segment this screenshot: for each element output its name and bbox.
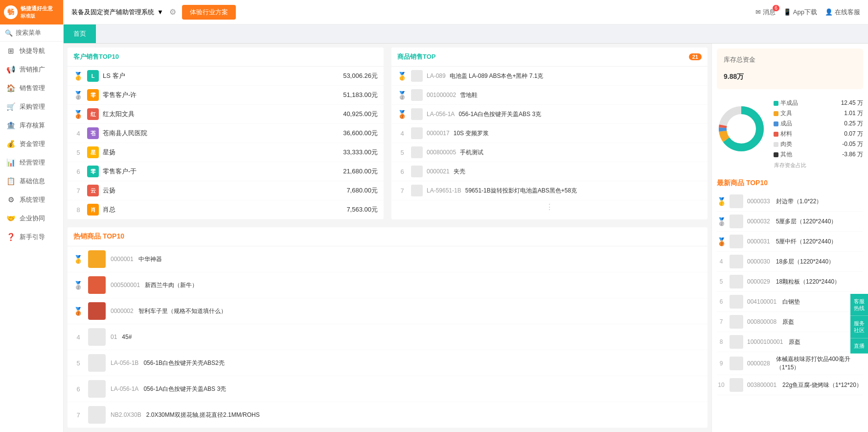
legend-value: -0.05 万: [842, 140, 863, 148]
product-name: 10S 变频罗浆: [454, 129, 489, 138]
legend-item: 肉类 -0.05 万: [774, 139, 863, 149]
product-code: 0000002: [111, 308, 134, 314]
hot-product-row: 7 NB2.0X30B 2.0X30MM双搓花轴,搓花直径2.1MM/ROHS: [68, 402, 708, 428]
hot-product-rows: 🥇 0000001 中华神器 🥈 000500001 新西兰牛肉（新牛） 🥉 0…: [68, 246, 708, 428]
rank-number: 6: [397, 168, 407, 175]
rank-number: 6: [73, 385, 83, 393]
sidebar-item-系统管理[interactable]: ⚙系统管理: [0, 191, 63, 209]
topbar-right: ✉ 消息 6 📱 App下载 👤 在线客服: [755, 8, 860, 17]
customer-avatar: 云: [87, 185, 99, 196]
hot-product-row: 4 01 45#: [68, 324, 708, 350]
product-image-placeholder: [730, 235, 743, 248]
messages-badge: 6: [773, 5, 779, 11]
legend-value: 1.01 万: [844, 109, 863, 118]
customer-name: 零售客户-于: [103, 167, 339, 176]
rank-medal: 🥉: [73, 307, 83, 316]
sidebar-item-新手引导[interactable]: ❓新手引导: [0, 228, 63, 246]
sidebar-item-营销推广[interactable]: 📢营销推广: [0, 60, 63, 79]
customer-name: 红太阳文具: [103, 110, 339, 119]
inventory-value: 9.88万: [724, 67, 856, 82]
product-code: 0000030: [747, 258, 770, 265]
customer-amount: 7,680.00元: [346, 186, 378, 195]
float-button[interactable]: 服务 社区: [850, 316, 868, 338]
hot-product-row: 🥈 000500001 新西兰牛肉（新牛）: [68, 272, 708, 298]
inventory-total: 库存总资金 9.88万: [717, 48, 863, 89]
sidebar-item-企业协同[interactable]: 🤝企业协同: [0, 209, 63, 228]
product-code: 0000031: [747, 238, 770, 245]
rank-medal: 🥈: [717, 217, 726, 226]
product-code: LA-056-1A: [427, 111, 455, 118]
sidebar-item-销售管理[interactable]: 🏠销售管理: [0, 79, 63, 97]
sidebar-item-经营管理[interactable]: 📊经营管理: [0, 153, 63, 172]
product-image-placeholder: [411, 108, 423, 120]
content: 客户销售TOP10 🥇 L LS 客户 53,006.26元 🥈 零 零售客户-…: [64, 44, 868, 432]
rank-number: 4: [73, 334, 83, 341]
sidebar-item-资金管理[interactable]: 💰资金管理: [0, 135, 63, 153]
content-right: 库存总资金 9.88万: [711, 44, 868, 432]
float-button[interactable]: 客服 热线: [850, 294, 868, 316]
legend-item: 材料 0.07 万: [774, 129, 863, 139]
product-code: 001000002: [427, 92, 456, 98]
product-image-placeholder: [730, 357, 743, 370]
legend-item: 文具 1.01 万: [774, 108, 863, 119]
sidebar-item-采购管理[interactable]: 🛒采购管理: [0, 97, 63, 116]
online-service-button[interactable]: 👤 在线客服: [825, 8, 860, 17]
search-icon: 🔍: [5, 29, 13, 37]
float-button[interactable]: 直播: [850, 338, 868, 354]
new-product-rows: 🥇 0000033 封边带（1.0*22） 🥈 0000032 5厘多层（122…: [717, 192, 863, 395]
product-image-placeholder: [730, 215, 743, 228]
table-row: 8 肖 肖总 7,563.00元: [68, 200, 384, 219]
table-row: 5 000800005 手机测试: [391, 143, 708, 162]
nav-icon: 🏠: [6, 84, 16, 93]
donut-chart: [717, 104, 766, 153]
nav-icon: 📋: [6, 177, 16, 186]
sidebar-item-库存核算[interactable]: 🏦库存核算: [0, 116, 63, 135]
messages-button[interactable]: ✉ 消息 6: [755, 8, 776, 17]
rank-number: 7: [73, 411, 83, 419]
sidebar-item-基础信息[interactable]: 📋基础信息: [0, 172, 63, 191]
product-code: 000500001: [111, 282, 140, 288]
product-image-placeholder: [88, 354, 106, 372]
legend-value: 0.07 万: [844, 130, 863, 138]
hot-products-section: 热销商品 TOP10 🥇 0000001 中华神器 🥈 000500001 新西…: [68, 227, 708, 428]
legend-name: 肉类: [780, 140, 842, 148]
chart-legend: 半成品 12.45 万 文具 1.01 万 成品 0.25 万 材料 0.07 …: [774, 98, 863, 160]
sidebar-item-快捷导航[interactable]: ⊞快捷导航: [0, 42, 63, 60]
table-row: 🥇 LA-089 电池盖 LA-089 ABS本色+黑种 7.1克: [391, 67, 708, 86]
service-icon: 👤: [825, 8, 833, 16]
legend-name: 材料: [780, 130, 844, 138]
rank-medal: 🥇: [717, 197, 726, 206]
product-name: 5厘中纤（1220*2440）: [776, 238, 863, 246]
product-count-badge: 21: [689, 53, 702, 60]
rank-medal: 🥈: [397, 91, 407, 100]
new-products-section: 最新商品 TOP10 🥇 0000033 封边带（1.0*22） 🥈 00000…: [712, 175, 868, 399]
table-row: 🥇 L LS 客户 53,006.26元: [68, 67, 384, 86]
rank-medal: 🥈: [73, 281, 83, 290]
customer-top10-header: 客户销售TOP10: [68, 48, 384, 67]
app-download-button[interactable]: 📱 App下载: [783, 8, 817, 17]
trial-button[interactable]: 体验行业方案: [182, 5, 236, 20]
product-image-placeholder: [411, 127, 423, 139]
product-name: 056-1B白色按键开关壳ABS2壳: [143, 359, 702, 367]
rank-medal: 🥉: [397, 110, 407, 119]
settings-icon[interactable]: ⚙: [169, 7, 176, 17]
product-code: 000800005: [427, 149, 456, 156]
tab-home[interactable]: 首页: [64, 24, 96, 43]
nav-icon: 📊: [6, 158, 16, 167]
rank-number: 10: [717, 382, 726, 388]
nav-icon: 🛒: [6, 102, 16, 111]
customer-name: 零售客户-许: [103, 91, 339, 99]
customer-name: LS 客户: [103, 72, 339, 80]
search-menu[interactable]: 🔍 搜索菜单: [0, 24, 63, 42]
rank-number: 6: [73, 168, 83, 175]
table-row: 6 0000021 夹壳: [391, 162, 708, 181]
product-image-placeholder: [730, 335, 743, 349]
customer-avatar: 零: [87, 166, 99, 177]
system-title-select[interactable]: 装备及固定资产辅助管理系统 ▼: [71, 8, 163, 17]
product-code: 000800008: [747, 318, 777, 325]
table-row: 🥉 红 红太阳文具 40,925.00元: [68, 105, 384, 124]
product-code: NB2.0X30B: [111, 411, 141, 418]
legend-color: [774, 132, 778, 137]
product-code: 0000029: [747, 278, 770, 285]
new-product-row: 4 0000030 18多层（1220*2440）: [717, 252, 863, 272]
